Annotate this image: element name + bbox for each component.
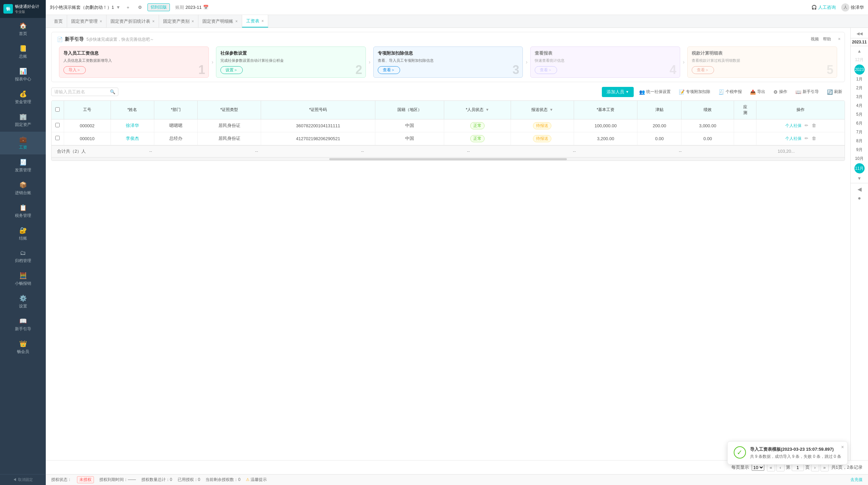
row2-name: 李俊杰 [111,132,154,145]
tab-close-depreciation[interactable]: × [152,19,155,23]
cal-month-4[interactable]: 4月 [851,101,868,110]
tab-depreciation[interactable]: 固定资产折旧统计表 × [106,15,159,27]
video-link[interactable]: 视频 [811,36,819,42]
social-insurance-btn[interactable]: 👥 统一社保设置 [636,88,673,96]
tab-payroll[interactable]: 工资表 × [242,15,268,27]
cal-month-8[interactable]: 8月 [851,137,868,145]
user-btn[interactable]: 人 徐泽华 [841,3,864,12]
sidebar-item-home[interactable]: 🏠 首页 [0,18,46,41]
sidebar-item-reports[interactable]: 📊 报表中心 [0,63,46,86]
cal-month-5[interactable]: 5月 [851,110,868,119]
settings-btn[interactable]: ⚙ [135,3,145,12]
sidebar-item-salary[interactable]: 💼 工资 [0,132,46,154]
cal-month-11[interactable]: 11月 [854,163,865,173]
right-icon-1[interactable]: ◀ [857,186,862,192]
search-input[interactable] [54,89,108,94]
tab-close-fixed-assets[interactable]: × [100,19,102,23]
account-dropdown-icon[interactable]: ▼ [116,5,120,10]
page-input[interactable] [792,464,804,471]
sidebar-item-expense[interactable]: 🧮 小畅报销 [0,268,46,291]
cal-down-btn[interactable]: ▼ [855,175,864,182]
row2-checkbox[interactable] [55,136,60,140]
guide-step-1-btn[interactable]: 导入＞ [63,66,86,74]
status-filter-icon[interactable]: ▼ [486,108,489,112]
tab-fixed-assets[interactable]: 固定资产管理 × [67,15,106,27]
panel-collapse-btn[interactable]: ◀◀ [851,29,868,38]
row1-edit-icon[interactable]: ✏ [805,123,808,128]
guide-step-3-btn[interactable]: 查看＞ [378,66,400,74]
sidebar-item-member[interactable]: 👑 畅会员 [0,336,46,359]
right-icon-2[interactable]: ● [858,195,861,201]
select-all-checkbox[interactable] [55,107,60,112]
report-status-filter-icon[interactable]: ▼ [550,108,553,112]
sidebar-item-tax[interactable]: 📋 税务管理 [0,200,46,223]
guide-title-icon: 📄 [57,37,63,42]
per-page-select[interactable]: 10 20 50 [752,464,764,471]
row2-delete-icon[interactable]: 🗑 [812,136,816,141]
cal-year-2023[interactable]: 2023 [854,64,865,75]
auth-link[interactable]: 去充值 [850,477,863,483]
guide-step-2: 2 社保参数设置 完成社保参数设置自动计算社保公积金 设置＞ [216,46,366,78]
tab-home[interactable]: 首页 [50,15,67,27]
sidebar-logo: 畅 畅捷通好会计 专业版 [0,0,46,18]
add-account-btn[interactable]: ＋ [123,3,133,12]
cal-up-btn[interactable]: ▲ [855,48,864,54]
row2-edit-icon[interactable]: ✏ [805,136,808,141]
horizontal-scrollbar[interactable] [52,157,845,161]
row2-performance: 0.00 [682,132,734,145]
row2-social-btn[interactable]: 个人社保 [785,136,802,141]
cal-month-10[interactable]: 10月 [851,154,868,163]
addon-tax-btn[interactable]: 📝 专项附加扣除 [676,88,713,96]
guide-close-btn[interactable]: × [838,36,841,41]
sidebar-item-assets[interactable]: 🏢 固定资产 [0,109,46,132]
sidebar-item-funds[interactable]: 💰 资金管理 [0,86,46,109]
row1-delete-icon[interactable]: 🗑 [812,123,816,128]
sidebar-item-settings[interactable]: ⚙️ 设置 [0,291,46,313]
guide-step-4-btn[interactable]: 查看＞ [535,66,557,74]
operate-btn[interactable]: ⚙ 操作 [771,88,790,96]
sidebar-item-invoice[interactable]: 🧾 发票管理 [0,154,46,177]
cal-month-3[interactable]: 3月 [851,93,868,101]
sidebar-item-inventory[interactable]: 📦 进销台账 [0,177,46,200]
new-guide-btn[interactable]: 📖 新手引导 [793,88,822,96]
cal-month-7[interactable]: 7月 [851,128,868,136]
toast-close-btn[interactable]: × [841,444,844,450]
sidebar-item-ledger[interactable]: 📒 总账 [0,41,46,63]
tab-close-asset-detail[interactable]: × [235,19,238,23]
tab-asset-detail[interactable]: 固定资产明细账 × [198,15,242,27]
sidebar-item-archive[interactable]: 🗂 归档管理 [0,245,46,268]
cal-month-1[interactable]: 1月 [851,75,868,83]
cal-month-12[interactable]: 12月 [851,56,868,64]
refresh-btn[interactable]: 🔄 刷新 [824,88,845,96]
tab-close-asset-category[interactable]: × [192,19,194,23]
guide-step-2-btn[interactable]: 设置＞ [220,66,243,74]
sidebar-item-guide[interactable]: 📖 新手引导 [0,313,46,336]
toolbar: 🔍 添加人员 ▼ 👥 统一社保设置 📝 专项附加扣除 [51,87,845,97]
sidebar-item-close[interactable]: 🔐 结账 [0,223,46,245]
assets-icon: 🏢 [19,113,27,120]
itax-btn[interactable]: 🧾 个税申报 [716,88,745,96]
footer-cells: -- -- -- -- -- -- 103,20... [98,149,839,154]
cal-month-2[interactable]: 2月 [851,84,868,92]
tab-asset-category[interactable]: 固定资产类别 × [159,15,198,27]
search-icon[interactable]: 🔍 [110,89,115,94]
cal-nav-bottom: ▼ [855,173,864,183]
sidebar-unpin-btn[interactable]: ◀ 取消固定 [0,474,46,485]
export-btn[interactable]: 📤 导出 [747,88,768,96]
export-icon: 📤 [750,89,756,95]
tab-close-payroll[interactable]: × [261,19,264,23]
add-person-btn[interactable]: 添加人员 ▼ [602,87,634,97]
calendar-icon[interactable]: 📅 [203,5,209,10]
row2-name-link[interactable]: 李俊杰 [126,136,139,141]
help-link[interactable]: 帮助 [823,36,831,42]
row1-name-link[interactable]: 徐泽华 [126,123,139,128]
row1-social-btn[interactable]: 个人社保 [785,123,802,128]
switch-version-btn[interactable]: 切到旧版 [147,3,170,11]
th-emp-id: 工号 [64,101,111,119]
service-btn[interactable]: 🎧 人工咨询 [811,4,836,11]
row1-dept: 嗯嗯嗯 [154,119,197,132]
cal-month-9[interactable]: 9月 [851,146,868,154]
cal-month-6[interactable]: 6月 [851,119,868,128]
row1-checkbox[interactable] [55,123,60,127]
guide-step-5-btn[interactable]: 查看＞ [692,66,714,74]
